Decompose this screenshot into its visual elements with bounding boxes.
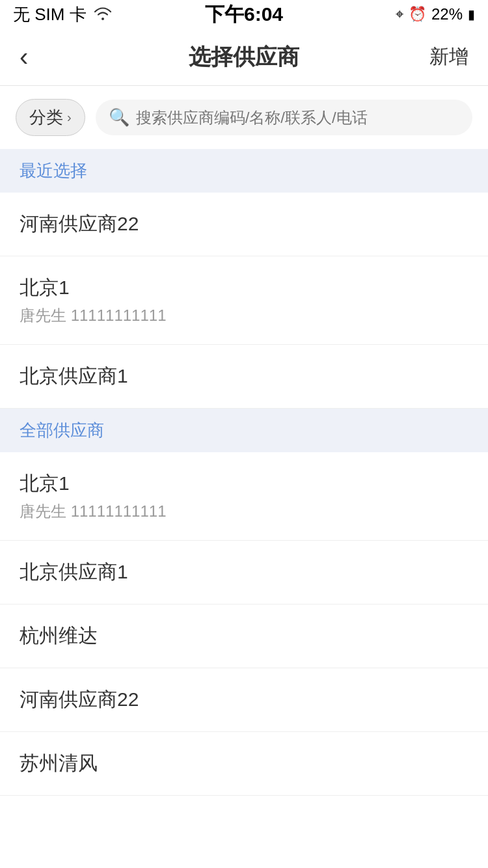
item-name: 河南供应商22 bbox=[20, 211, 468, 237]
alarm-icon: ⏰ bbox=[409, 6, 426, 23]
item-name: 北京1 bbox=[20, 275, 468, 301]
recent-items-list: 河南供应商22北京1唐先生 11111111111北京供应商1 bbox=[0, 193, 488, 409]
list-item[interactable]: 杭州维达 bbox=[0, 604, 488, 668]
list-item[interactable]: 北京1唐先生 11111111111 bbox=[0, 256, 488, 345]
list-item[interactable]: 北京供应商1 bbox=[0, 345, 488, 409]
status-right: ⌖ ⏰ 22% ▮ bbox=[396, 5, 475, 23]
battery-label: 22% bbox=[431, 5, 463, 23]
search-input[interactable] bbox=[136, 109, 459, 127]
add-button[interactable]: 新增 bbox=[416, 44, 468, 70]
item-name: 河南供应商22 bbox=[20, 686, 468, 713]
category-button[interactable]: 分类 › bbox=[16, 99, 85, 136]
status-time: 下午6:04 bbox=[205, 1, 283, 28]
back-button[interactable]: ‹ bbox=[20, 42, 72, 72]
category-label: 分类 bbox=[29, 106, 63, 129]
page-title: 选择供应商 bbox=[72, 42, 416, 72]
list-item[interactable]: 河南供应商22 bbox=[0, 668, 488, 732]
location-icon: ⌖ bbox=[396, 6, 403, 23]
list-item[interactable]: 北京供应商1 bbox=[0, 541, 488, 604]
item-name: 杭州维达 bbox=[20, 623, 468, 649]
wifi-icon bbox=[93, 5, 113, 25]
all-section-label: 全部供应商 bbox=[20, 420, 104, 440]
search-icon: 🔍 bbox=[109, 107, 129, 128]
list-item[interactable]: 苏州清风 bbox=[0, 732, 488, 796]
search-input-wrap: 🔍 bbox=[96, 100, 472, 135]
item-sub: 唐先生 11111111111 bbox=[20, 501, 468, 522]
all-section-header: 全部供应商 bbox=[0, 409, 488, 452]
chevron-right-icon: › bbox=[67, 110, 72, 125]
recent-section-label: 最近选择 bbox=[20, 161, 87, 180]
battery-icon: ▮ bbox=[468, 7, 475, 22]
status-left: 无 SIM 卡 bbox=[13, 3, 113, 26]
list-item[interactable]: 河南供应商22 bbox=[0, 193, 488, 256]
recent-section-header: 最近选择 bbox=[0, 149, 488, 193]
status-bar: 无 SIM 卡 下午6:04 ⌖ ⏰ 22% ▮ bbox=[0, 0, 488, 29]
all-items-list: 北京1唐先生 11111111111北京供应商1杭州维达河南供应商22苏州清风 bbox=[0, 452, 488, 796]
search-bar: 分类 › 🔍 bbox=[0, 86, 488, 149]
item-name: 北京供应商1 bbox=[20, 363, 468, 390]
item-name: 苏州清风 bbox=[20, 750, 468, 777]
list-item[interactable]: 北京1唐先生 11111111111 bbox=[0, 452, 488, 541]
item-sub: 唐先生 11111111111 bbox=[20, 305, 468, 326]
item-name: 北京1 bbox=[20, 470, 468, 497]
nav-bar: ‹ 选择供应商 新增 bbox=[0, 29, 488, 86]
item-name: 北京供应商1 bbox=[20, 559, 468, 586]
carrier-label: 无 SIM 卡 bbox=[13, 3, 87, 26]
